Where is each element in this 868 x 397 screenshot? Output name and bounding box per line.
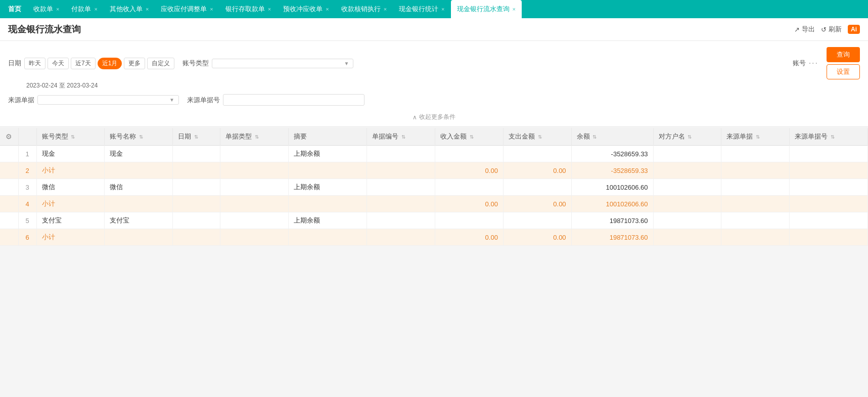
chevron-down-icon: ▼ — [344, 61, 349, 66]
cell-counterpart — [653, 196, 721, 212]
sort-icon[interactable]: ⇅ — [592, 134, 597, 140]
header-actions: ↗ 导出 ↺ 刷新 Ai — [794, 25, 860, 34]
settings-button[interactable]: 设置 — [827, 64, 860, 79]
sort-icon[interactable]: ⇅ — [470, 134, 474, 140]
nav-tab-bank-deposit[interactable]: 银行存取款单 × — [219, 0, 277, 18]
data-table: ⚙ 账号类型 ⇅ 账号名称 ⇅ 日期 ⇅ 单据类型 ⇅ 摘要 单据编号 ⇅ 收入… — [0, 128, 868, 246]
source-doc-select[interactable]: ▼ — [37, 95, 179, 105]
nav-tab-stats[interactable]: 现金银行统计 × — [393, 0, 450, 18]
cell-account-name: 支付宝 — [105, 212, 173, 229]
nav-tab-bank-deposit-label: 银行存取款单 — [225, 5, 265, 14]
cell-doc-no — [367, 179, 435, 196]
nav-tab-flow-query[interactable]: 现金银行流水查询 × — [451, 0, 522, 18]
collapse-label: 收起更多条件 — [419, 113, 455, 121]
sort-icon[interactable]: ⇅ — [756, 134, 760, 140]
date-label: 日期 — [8, 59, 21, 68]
close-icon[interactable]: × — [210, 6, 213, 12]
date-btn-1month[interactable]: 近1月 — [98, 58, 122, 69]
close-icon[interactable]: × — [441, 6, 444, 12]
cell-income: 0.00 — [435, 229, 504, 246]
cell-expense — [503, 212, 571, 229]
cell-source-doc — [721, 212, 790, 229]
nav-tab-payment[interactable]: 付款单 × — [65, 0, 103, 18]
cell-row-num: 3 — [18, 179, 36, 196]
cell-doc-no — [367, 229, 435, 246]
query-button[interactable]: 查询 — [827, 47, 860, 62]
close-icon[interactable]: × — [326, 6, 329, 12]
nav-tab-other-income[interactable]: 其他收入单 × — [104, 0, 155, 18]
nav-tab-verify[interactable]: 收款核销执行 × — [335, 0, 393, 18]
sort-icon[interactable]: ⇅ — [401, 134, 405, 140]
cell-expense — [503, 179, 571, 196]
nav-tab-receipt[interactable]: 收款单 × — [27, 0, 65, 18]
cell-income — [435, 146, 504, 162]
cell-doc-no — [367, 146, 435, 162]
sort-icon[interactable]: ⇅ — [194, 134, 198, 140]
collapse-button[interactable]: ∧ 收起更多条件 — [8, 111, 860, 122]
date-btn-7days[interactable]: 近7天 — [71, 58, 96, 69]
account-type-filter: 账号类型 ▼ — [182, 59, 784, 68]
page-header: 现金银行流水查询 ↗ 导出 ↺ 刷新 Ai — [0, 18, 868, 41]
cell-summary — [288, 196, 367, 212]
cell-row-num: 4 — [18, 196, 36, 212]
col-account-type: 账号类型 ⇅ — [36, 128, 105, 146]
account-ellipsis[interactable]: ··· — [809, 59, 818, 68]
date-filter: 日期 昨天 今天 近7天 近1月 更多 自定义 — [8, 58, 174, 69]
cell-account-name — [105, 162, 173, 179]
cell-doc-type — [220, 179, 289, 196]
date-btn-custom[interactable]: 自定义 — [147, 58, 174, 69]
date-btn-yesterday[interactable]: 昨天 — [24, 58, 45, 69]
account-type-select[interactable]: ▼ — [212, 59, 353, 68]
col-expense: 支出金额 ⇅ — [503, 128, 571, 146]
refresh-button[interactable]: ↺ 刷新 — [821, 25, 842, 34]
cell-source-doc-no — [790, 229, 868, 246]
cell-summary — [288, 229, 367, 246]
chevron-down-icon: ▼ — [169, 97, 174, 103]
close-icon[interactable]: × — [513, 6, 516, 12]
close-icon[interactable]: × — [94, 6, 97, 12]
action-buttons: 查询 设置 — [827, 47, 860, 79]
sort-icon[interactable]: ⇅ — [255, 134, 259, 140]
date-btn-today[interactable]: 今天 — [48, 58, 69, 69]
cell-settings — [0, 162, 18, 179]
sort-icon[interactable]: ⇅ — [538, 134, 542, 140]
close-icon[interactable]: × — [146, 6, 149, 12]
export-label: 导出 — [802, 25, 815, 34]
cell-date — [172, 162, 220, 179]
cell-counterpart — [653, 162, 721, 179]
table-header: ⚙ 账号类型 ⇅ 账号名称 ⇅ 日期 ⇅ 单据类型 ⇅ 摘要 单据编号 ⇅ 收入… — [0, 128, 868, 146]
close-icon[interactable]: × — [268, 6, 271, 12]
ai-badge[interactable]: Ai — [848, 25, 860, 34]
sort-icon[interactable]: ⇅ — [688, 134, 692, 140]
gear-icon[interactable]: ⚙ — [6, 133, 12, 141]
date-btn-more[interactable]: 更多 — [124, 58, 145, 69]
col-source-doc: 来源单据 ⇅ — [721, 128, 790, 146]
export-button[interactable]: ↗ 导出 — [794, 25, 815, 34]
cell-doc-no — [367, 196, 435, 212]
source-doc-no-filter: 来源单据号 — [187, 94, 860, 106]
source-doc-no-input[interactable] — [223, 94, 364, 106]
cell-doc-type — [220, 196, 289, 212]
nav-tab-home[interactable]: 首页 — [2, 0, 27, 18]
sort-icon[interactable]: ⇅ — [71, 134, 75, 140]
table-row: 5支付宝支付宝上期余额19871073.60 — [0, 212, 868, 229]
sort-icon[interactable]: ⇅ — [139, 134, 143, 140]
nav-tab-ar-ap-adjust-label: 应收应付调整单 — [161, 5, 207, 14]
refresh-label: 刷新 — [829, 25, 842, 34]
table-row: 6小计0.000.0019871073.60 — [0, 229, 868, 246]
cell-counterpart — [653, 212, 721, 229]
cell-account-type: 现金 — [36, 146, 105, 162]
nav-tab-ar-ap-adjust[interactable]: 应收应付调整单 × — [155, 0, 219, 18]
cell-row-num: 1 — [18, 146, 36, 162]
close-icon[interactable]: × — [384, 6, 387, 12]
nav-tab-prepay[interactable]: 预收冲应收单 × — [277, 0, 335, 18]
cell-row-num: 2 — [18, 162, 36, 179]
col-summary: 摘要 — [288, 128, 367, 146]
cell-date — [172, 146, 220, 162]
filter-area: 日期 昨天 今天 近7天 近1月 更多 自定义 账号类型 ▼ 账号 ··· — [0, 41, 868, 127]
sort-icon[interactable]: ⇅ — [831, 134, 835, 140]
table-row: 1现金现金上期余额-3528659.33 — [0, 146, 868, 162]
close-icon[interactable]: × — [56, 6, 59, 12]
cell-expense: 0.00 — [503, 229, 571, 246]
source-doc-filter: 来源单据 ▼ — [8, 95, 179, 105]
